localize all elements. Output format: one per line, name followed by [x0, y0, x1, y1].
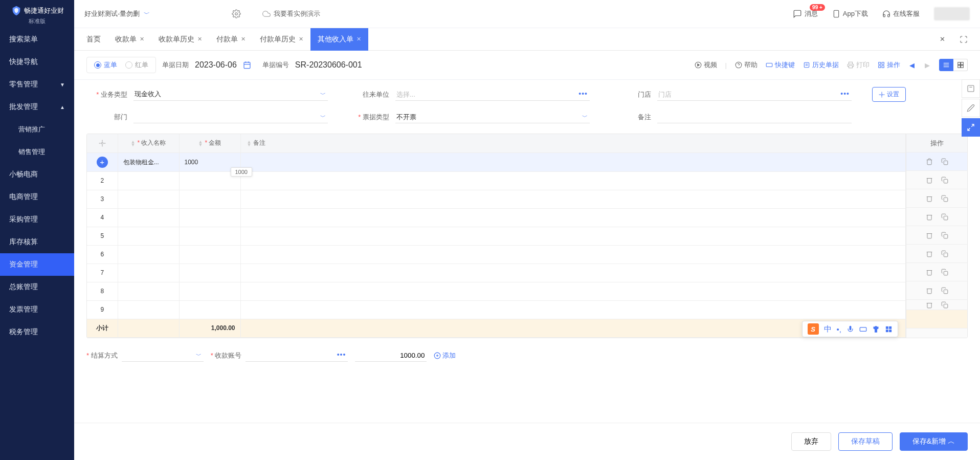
nav-retail[interactable]: 零售管理▼ — [0, 73, 74, 96]
copy-icon[interactable] — [941, 158, 948, 165]
ime-lang[interactable]: 中 — [824, 324, 832, 334]
nav-marketing[interactable]: 营销推广 — [0, 118, 74, 141]
strip-expand-icon[interactable] — [962, 118, 980, 137]
close-icon[interactable]: ✕ — [197, 36, 202, 42]
view-list-icon[interactable] — [939, 59, 953, 71]
dept-select[interactable] — [133, 111, 328, 123]
messages-button[interactable]: 消息 99 + — [793, 9, 818, 18]
table-row[interactable]: 7 — [87, 264, 906, 282]
delete-icon[interactable] — [926, 301, 933, 309]
col-amount[interactable]: ▲▼金额 — [179, 134, 240, 152]
col-name[interactable]: ▲▼收入名称 — [118, 134, 179, 152]
strip-edit-icon[interactable] — [962, 99, 980, 117]
delete-icon[interactable] — [926, 250, 933, 257]
radio-blue[interactable]: 蓝单 — [94, 60, 117, 70]
prev-doc-icon[interactable]: ◀ — [908, 61, 916, 69]
copy-icon[interactable] — [941, 213, 948, 221]
unit-select[interactable] — [395, 89, 590, 101]
table-row[interactable]: 6 — [87, 245, 906, 264]
strip-process-icon[interactable] — [962, 79, 980, 98]
calendar-icon[interactable] — [243, 61, 251, 69]
copy-icon[interactable] — [941, 301, 948, 309]
tab-receipt[interactable]: 收款单✕ — [108, 28, 151, 51]
nav-ledger[interactable]: 总账管理 — [0, 276, 74, 298]
radio-red[interactable]: 红单 — [125, 60, 148, 70]
copy-icon[interactable] — [941, 177, 948, 184]
shortcut-link[interactable]: 快捷键 — [766, 60, 795, 70]
delete-icon[interactable] — [926, 158, 933, 165]
ime-toolbar[interactable]: S 中 •, — [802, 321, 898, 337]
biz-select[interactable] — [133, 89, 328, 101]
demo-link[interactable]: 我要看实例演示 — [262, 9, 320, 18]
account-select[interactable] — [246, 349, 348, 362]
nav-purchase[interactable]: 采购管理 — [0, 208, 74, 231]
ime-punct-icon[interactable]: •, — [837, 325, 841, 334]
ime-menu-icon[interactable] — [885, 325, 893, 333]
nav-ecommerce2[interactable]: 电商管理 — [0, 186, 74, 208]
ime-skin-icon[interactable] — [872, 325, 880, 333]
ops-link[interactable]: 操作 — [878, 60, 900, 70]
history-link[interactable]: 历史单据 — [803, 60, 839, 70]
add-settlement-button[interactable]: 添加 — [434, 351, 456, 360]
copy-icon[interactable] — [941, 232, 948, 239]
settle-method-select[interactable] — [122, 349, 204, 362]
close-icon[interactable]: ✕ — [357, 36, 361, 42]
remark-input[interactable] — [657, 111, 852, 123]
nav-wholesale[interactable]: 批发管理▲ — [0, 96, 74, 118]
copy-icon[interactable] — [941, 287, 948, 294]
copy-icon[interactable] — [941, 269, 948, 276]
settings-button[interactable]: 设置 — [872, 87, 906, 102]
invoice-select[interactable] — [395, 111, 590, 123]
shop-select[interactable] — [657, 89, 852, 101]
nav-inventory[interactable]: 库存核算 — [0, 231, 74, 253]
tab-home[interactable]: 首页 — [79, 28, 108, 51]
delete-icon[interactable] — [926, 232, 933, 239]
cell-amount[interactable]: 1000 — [180, 159, 204, 166]
view-card-icon[interactable] — [953, 59, 968, 71]
close-all-button[interactable]: ✕ — [935, 32, 949, 47]
next-doc-icon[interactable]: ▶ — [924, 61, 931, 69]
save-new-button[interactable]: 保存&新增 ︿ — [900, 432, 968, 451]
table-row[interactable]: 5 — [87, 227, 906, 245]
close-icon[interactable]: ✕ — [299, 36, 303, 42]
tab-other-income[interactable]: 其他收入单✕ — [310, 28, 368, 51]
nav-funds[interactable]: 资金管理 — [0, 253, 74, 276]
table-row[interactable]: 4 — [87, 208, 906, 227]
settle-amount[interactable] — [355, 349, 427, 362]
fullscreen-icon[interactable] — [956, 32, 971, 47]
nav-search[interactable]: 搜索菜单 — [0, 28, 74, 51]
delete-icon[interactable] — [926, 287, 933, 294]
close-icon[interactable]: ✕ — [140, 36, 144, 42]
tab-payment-history[interactable]: 付款单历史✕ — [253, 28, 310, 51]
nav-quick[interactable]: 快捷导航 — [0, 51, 74, 73]
user-avatar[interactable] — [934, 7, 970, 20]
cell-note[interactable] — [240, 152, 906, 171]
table-row[interactable]: 3 — [87, 190, 906, 208]
delete-icon[interactable] — [926, 213, 933, 221]
ime-keyboard-icon[interactable] — [859, 325, 867, 333]
table-row[interactable]: 9 — [87, 300, 906, 319]
video-link[interactable]: 视频 — [695, 60, 717, 70]
col-gear[interactable] — [87, 134, 118, 152]
app-download[interactable]: App下载 — [832, 9, 868, 18]
cancel-button[interactable]: 放弃 — [791, 432, 831, 451]
save-draft-button[interactable]: 保存草稿 — [838, 432, 893, 451]
delete-icon[interactable] — [926, 195, 933, 202]
table-row[interactable]: 2 — [87, 171, 906, 190]
col-note[interactable]: ▲▼备注 — [240, 134, 906, 152]
online-service[interactable]: 在线客服 — [882, 9, 920, 18]
table-row[interactable]: 8 — [87, 282, 906, 300]
table-row[interactable]: + 包装物租金... 1000 1000 — [87, 152, 906, 171]
settings-icon[interactable] — [232, 9, 241, 18]
ime-mic-icon[interactable] — [847, 325, 854, 333]
copy-icon[interactable] — [941, 250, 948, 257]
delete-icon[interactable] — [926, 269, 933, 276]
cell-name[interactable]: 包装物租金... — [118, 153, 179, 171]
copy-icon[interactable] — [941, 195, 948, 202]
close-icon[interactable]: ✕ — [241, 36, 246, 42]
delete-icon[interactable] — [926, 177, 933, 184]
workspace-selector[interactable]: 好业财测试-量勿删 ﹀ — [84, 9, 222, 18]
help-link[interactable]: 帮助 — [735, 60, 758, 70]
nav-tax[interactable]: 税务管理 — [0, 321, 74, 343]
nav-sales[interactable]: 销售管理 — [0, 141, 74, 163]
